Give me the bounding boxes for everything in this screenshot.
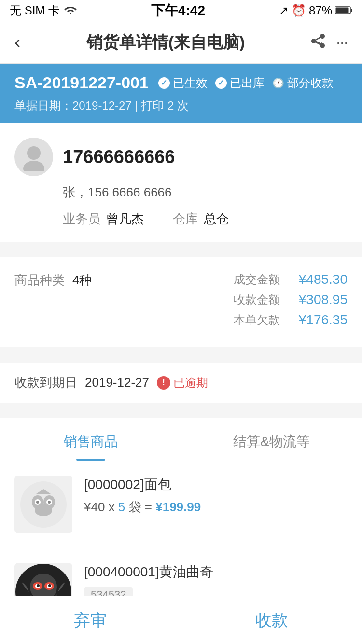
type-value: 4种 xyxy=(72,272,92,289)
product-qty-1: 5 xyxy=(118,500,125,514)
overdue-badge: ! 已逾期 xyxy=(157,375,208,391)
overdue-dot-icon: ! xyxy=(157,376,170,390)
wifi-icon xyxy=(64,4,77,17)
received-row: 收款金额 ¥308.95 xyxy=(234,292,348,308)
overdue-text: 已逾期 xyxy=(173,375,208,391)
status-right: ↗ ⏰ 87% xyxy=(279,4,352,17)
product-info-1: [0000002]面包 ¥40 x 5 袋 = ¥199.99 xyxy=(84,476,348,516)
received-label: 收款金额 xyxy=(234,292,280,308)
cancel-button[interactable]: 弃审 xyxy=(0,600,181,641)
tabs-row: 销售商品 结算&物流等 xyxy=(0,418,362,461)
status-bar: 无 SIM 卡 下午4:42 ↗ ⏰ 87% xyxy=(0,0,362,21)
owe-row: 本单欠款 ¥176.35 xyxy=(234,312,348,328)
divider-2 xyxy=(0,355,362,363)
product-price-1: ¥40 x 5 袋 = ¥199.99 xyxy=(84,499,348,516)
header-banner: SA-20191227-001 ✓ 已生效 ✓ 已出库 🕐 部分收款 单据日期：… xyxy=(0,64,362,123)
check-icon-1: ✓ xyxy=(158,77,170,89)
nav-actions: ··· xyxy=(311,32,348,53)
location-icon: ↗ xyxy=(279,4,289,17)
deal-amount-row: 成交金额 ¥485.30 xyxy=(234,272,348,287)
tab-products[interactable]: 销售商品 xyxy=(0,418,181,461)
customer-name-phone: 张，156 6666 6666 xyxy=(63,184,348,201)
battery-icon xyxy=(335,4,352,17)
svg-point-3 xyxy=(27,146,41,160)
share-icon[interactable] xyxy=(311,33,326,52)
owe-amount: ¥176.35 xyxy=(290,312,348,328)
received-amount: ¥308.95 xyxy=(290,292,348,308)
owe-label: 本单欠款 xyxy=(234,312,280,328)
salesperson-value: 曾凡杰 xyxy=(106,210,144,227)
svg-point-19 xyxy=(37,584,40,587)
divider-3 xyxy=(0,410,362,418)
type-label: 商品种类 xyxy=(14,272,65,289)
svg-rect-2 xyxy=(351,9,352,12)
product-type-item: 商品种类 4种 xyxy=(14,272,92,289)
nav-bar: ‹ 销货单详情(来自电脑) ··· xyxy=(0,21,362,64)
sim-status: 无 SIM 卡 xyxy=(10,3,60,18)
bottom-bar: 弃审 收款 xyxy=(0,596,362,644)
customer-meta: 业务员 曾凡杰 仓库 总仓 xyxy=(63,210,348,227)
badge-shipped: ✓ 已出库 xyxy=(215,75,265,91)
badge-effective: ✓ 已生效 xyxy=(158,75,208,91)
order-id: SA-20191227-001 xyxy=(14,73,149,92)
check-icon-2: ✓ xyxy=(215,77,227,89)
summary-right: 成交金额 ¥485.30 收款金额 ¥308.95 本单欠款 ¥176.35 xyxy=(234,272,348,333)
divider-1 xyxy=(0,250,362,257)
header-sub-text: 单据日期：2019-12-27 | 打印 2 次 xyxy=(14,98,348,113)
product-name-1: [0000002]面包 xyxy=(84,476,348,494)
badge-group: ✓ 已生效 ✓ 已出库 🕐 部分收款 xyxy=(158,75,334,91)
warehouse-item: 仓库 总仓 xyxy=(173,210,229,227)
deal-amount: ¥485.30 xyxy=(290,272,348,287)
alarm-icon: ⏰ xyxy=(292,4,306,17)
svg-rect-1 xyxy=(335,8,348,13)
status-left: 无 SIM 卡 xyxy=(10,3,77,18)
summary-section: 商品种类 4种 成交金额 ¥485.30 收款金额 ¥308.95 本单欠款 ¥… xyxy=(0,257,362,347)
avatar xyxy=(14,138,53,176)
status-time: 下午4:42 xyxy=(151,1,205,20)
warehouse-value: 总仓 xyxy=(204,210,229,227)
svg-point-10 xyxy=(36,501,39,504)
svg-point-12 xyxy=(35,504,52,516)
svg-point-11 xyxy=(48,501,51,504)
tab-settlement[interactable]: 结算&物流等 xyxy=(181,418,362,461)
confirm-button[interactable]: 收款 xyxy=(181,600,362,641)
svg-point-20 xyxy=(48,584,51,587)
overdue-section: 收款到期日 2019-12-27 ! 已逾期 xyxy=(0,363,362,403)
summary-left: 商品种类 4种 xyxy=(14,272,92,293)
customer-phone: 17666666666 xyxy=(63,147,175,168)
salesperson-item: 业务员 曾凡杰 xyxy=(63,210,144,227)
table-row: [0000002]面包 ¥40 x 5 袋 = ¥199.99 xyxy=(0,461,362,548)
tabs-section: 销售商品 结算&物流等 xyxy=(0,418,362,461)
product-total-1: ¥199.99 xyxy=(155,500,201,514)
badge-partial: 🕐 部分收款 xyxy=(272,75,334,91)
warehouse-label: 仓库 xyxy=(173,210,198,227)
deal-label: 成交金额 xyxy=(234,272,280,287)
back-button[interactable]: ‹ xyxy=(14,32,20,53)
overdue-date: 2019-12-27 xyxy=(85,375,149,390)
customer-section: 17666666666 张，156 6666 6666 业务员 曾凡杰 仓库 总… xyxy=(0,123,362,242)
clock-icon: 🕐 xyxy=(272,77,284,89)
battery-level: 87% xyxy=(309,4,332,17)
page-title: 销货单详情(来自电脑) xyxy=(86,31,245,54)
product-thumbnail-1 xyxy=(14,476,72,533)
salesperson-label: 业务员 xyxy=(63,210,100,227)
svg-point-4 xyxy=(23,161,44,171)
product-name-2: [000400001]黄油曲奇 xyxy=(84,563,348,581)
overdue-label: 收款到期日 xyxy=(14,374,77,391)
more-icon[interactable]: ··· xyxy=(336,32,348,53)
